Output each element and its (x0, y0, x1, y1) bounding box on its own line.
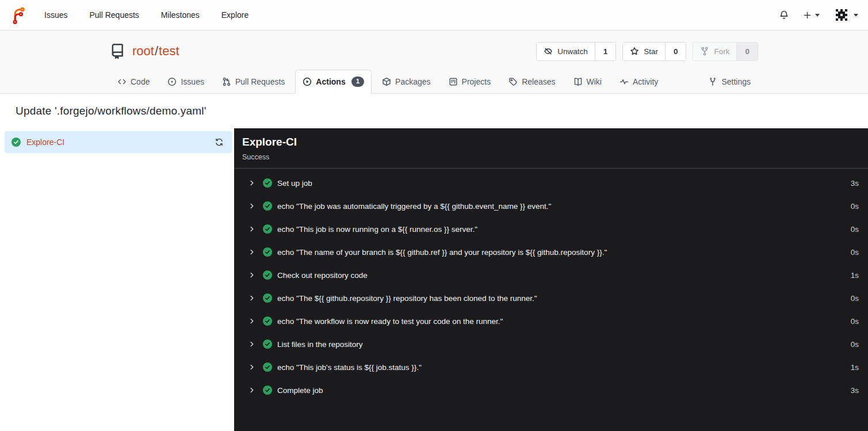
forgejo-logo[interactable] (10, 6, 28, 24)
step-row[interactable]: echo "The workflow is now ready to test … (234, 310, 868, 333)
run-title-bar: Update '.forgejo/workflows/demo.yaml' (0, 94, 868, 128)
top-navbar: IssuesPull RequestsMilestonesExplore (0, 0, 868, 30)
wrench-icon (708, 77, 717, 86)
panel-job-status: Success (242, 153, 860, 161)
tab-packages[interactable]: Packages (374, 70, 438, 93)
step-row[interactable]: echo "The job was automatically triggere… (234, 194, 868, 218)
tab-releases[interactable]: Releases (501, 70, 563, 93)
tab-pull-requests[interactable]: Pull Requests (215, 70, 292, 93)
tab-label: Packages (395, 77, 430, 86)
tab-label: Projects (462, 77, 491, 86)
navbar-link-explore[interactable]: Explore (211, 0, 259, 30)
tab-wiki[interactable]: Wiki (566, 70, 609, 93)
user-menu-button[interactable] (833, 7, 858, 23)
step-row[interactable]: Set up job 3s (234, 171, 868, 194)
repo-title: root/test (110, 43, 179, 60)
step-row[interactable]: echo "This job's status is ${{ job.statu… (234, 356, 868, 379)
step-duration: 1s (851, 271, 859, 280)
step-duration: 3s (851, 386, 859, 395)
star-label: Star (644, 47, 658, 56)
tab-code[interactable]: Code (110, 70, 157, 93)
tab-label: Actions (316, 77, 345, 86)
repo-header: root/test Unwatch 1 Star 0 Fork 0 CodeIs… (0, 30, 868, 94)
job-list-item[interactable]: Explore-CI (5, 131, 232, 153)
step-success-icon (263, 201, 272, 211)
book-icon (573, 77, 583, 86)
jobs-sidebar: Explore-CI (0, 128, 234, 431)
step-name: echo "The job was automatically triggere… (277, 202, 551, 211)
tab-settings[interactable]: Settings (701, 70, 758, 93)
run-title: Update '.forgejo/workflows/demo.yaml' (16, 105, 206, 117)
unwatch-button[interactable]: Unwatch (537, 43, 595, 60)
repo-name-link[interactable]: test (159, 44, 179, 58)
navbar-link-issues[interactable]: Issues (33, 0, 78, 30)
chevron-right-icon (248, 248, 256, 256)
step-duration: 0s (851, 248, 859, 257)
tab-label: Activity (633, 77, 658, 86)
tab-label: Releases (522, 77, 555, 86)
step-success-icon (263, 293, 272, 303)
step-row[interactable]: echo "This job is now running on a ${{ r… (234, 218, 868, 241)
tab-label: Issues (181, 77, 204, 86)
navbar-link-milestones[interactable]: Milestones (150, 0, 211, 30)
chevron-right-icon (248, 386, 256, 394)
chevron-right-icon (248, 340, 256, 348)
step-success-icon (263, 316, 272, 326)
tab-label: Wiki (587, 77, 602, 86)
step-duration: 0s (851, 340, 859, 349)
step-name: Complete job (277, 386, 323, 395)
fork-count[interactable]: 0 (737, 43, 758, 60)
tab-activity[interactable]: Activity (612, 70, 666, 93)
step-success-icon (263, 386, 272, 395)
tab-label: Code (131, 77, 150, 86)
step-duration: 0s (851, 225, 859, 234)
step-name: echo "This job is now running on a ${{ r… (277, 225, 477, 234)
step-name: echo "The ${{ github.repository }} repos… (277, 294, 537, 303)
unwatch-label: Unwatch (557, 47, 588, 56)
job-log-panel: Explore-CI Success Set up job 3s echo "T… (234, 128, 868, 431)
repo-tabs: CodeIssuesPull RequestsActions1PackagesP… (110, 69, 758, 93)
step-success-icon (263, 270, 272, 280)
step-duration: 0s (851, 202, 859, 211)
create-new-button[interactable] (803, 11, 820, 20)
rerun-job-button[interactable] (213, 136, 225, 148)
chevron-down-icon (854, 14, 858, 17)
step-row[interactable]: List files in the repository 0s (234, 333, 868, 356)
repo-path-separator: / (155, 44, 158, 58)
tag-icon (508, 77, 518, 86)
job-name: Explore-CI (26, 138, 64, 147)
steps-list: Set up job 3s echo "The job was automati… (234, 169, 868, 402)
repo-owner-link[interactable]: root (132, 44, 154, 58)
fork-button-group: Fork 0 (693, 42, 758, 61)
star-button[interactable]: Star (623, 43, 666, 60)
step-row[interactable]: Check out repository code 1s (234, 264, 868, 287)
chevron-right-icon (248, 317, 256, 325)
tab-issues[interactable]: Issues (160, 70, 211, 93)
step-duration: 0s (851, 317, 859, 326)
step-success-icon (263, 178, 272, 188)
step-name: echo "The workflow is now ready to test … (277, 317, 503, 326)
step-row[interactable]: Complete job 3s (234, 379, 868, 402)
tab-actions[interactable]: Actions1 (295, 70, 372, 94)
unwatch-count[interactable]: 1 (595, 43, 616, 60)
avatar (833, 7, 850, 23)
tab-badge: 1 (351, 77, 364, 87)
tab-projects[interactable]: Projects (441, 70, 499, 93)
fork-icon (700, 47, 709, 56)
notifications-button[interactable] (779, 10, 789, 20)
star-count[interactable]: 0 (666, 43, 686, 60)
step-name: Check out repository code (277, 271, 368, 280)
fork-button[interactable]: Fork (693, 43, 737, 60)
step-row[interactable]: echo "The ${{ github.repository }} repos… (234, 287, 868, 310)
code-icon (117, 77, 127, 86)
navbar-link-pull-requests[interactable]: Pull Requests (78, 0, 150, 30)
chevron-right-icon (248, 271, 256, 279)
step-name: echo "This job's status is ${{ job.statu… (277, 363, 422, 372)
step-duration: 0s (851, 294, 859, 303)
pull-request-icon (222, 77, 231, 86)
package-icon (382, 77, 391, 86)
step-success-icon (263, 340, 272, 349)
step-duration: 1s (851, 363, 859, 372)
step-row[interactable]: echo "The name of your branch is ${{ git… (234, 241, 868, 264)
step-name: Set up job (277, 179, 312, 188)
